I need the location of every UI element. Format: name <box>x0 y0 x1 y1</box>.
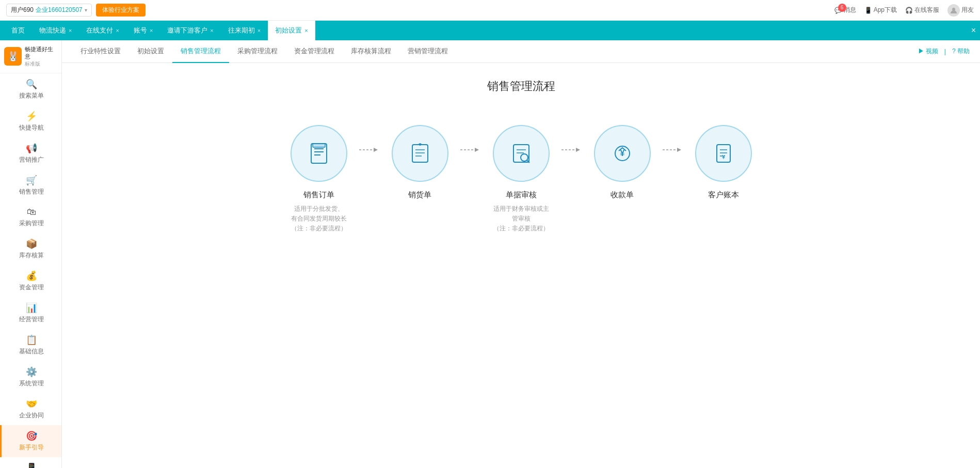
step-name-sales-order: 销售订单 <box>303 190 334 200</box>
sidebar-item-basic[interactable]: 📋 基础信息 <box>0 329 61 361</box>
sub-tab-marketing-flow[interactable]: 营销管理流程 <box>399 40 456 63</box>
step-desc-review: 适用于财务审核或主管审核（注：非必要流程） <box>493 204 549 234</box>
sub-tab-industry[interactable]: 行业特性设置 <box>72 40 129 63</box>
flow-step-review[interactable]: 单据审核 适用于财务审核或主管审核（注：非必要流程） <box>485 125 557 234</box>
sub-tab-initial[interactable]: 初始设置 <box>129 40 172 63</box>
sidebar-item-guide[interactable]: 🎯 新手引导 <box>0 425 61 457</box>
nav-tab-payment[interactable]: 在线支付 × <box>79 21 126 40</box>
top-bar-right: 💬 6 消息 📱 App下载 🎧 在线客服 用友 <box>834 4 974 17</box>
step-circle-customer-account: ¥ <box>695 125 752 182</box>
nav-bar-close-icon[interactable]: × <box>971 26 976 35</box>
service-label: 在线客服 <box>914 6 939 14</box>
sidebar-item-finance[interactable]: 💰 资金管理 <box>0 265 61 297</box>
sidebar-item-purchase[interactable]: 🛍 采购管理 <box>0 201 61 233</box>
message-badge: 6 <box>838 4 846 12</box>
svg-point-18 <box>521 154 528 161</box>
step-name-customer-account: 客户账本 <box>708 190 739 200</box>
chevron-down-icon: ▾ <box>85 7 87 13</box>
nav-tab-payment-close[interactable]: × <box>116 27 119 34</box>
help-label: 帮助 <box>957 48 970 55</box>
step-name-delivery: 销货单 <box>408 190 431 200</box>
sidebar-item-operation-label: 经营管理 <box>19 315 44 324</box>
sidebar-item-appcenter[interactable]: 📱 应用中心 <box>0 457 61 468</box>
inventory-icon: 📦 <box>26 238 37 249</box>
sidebar-item-system-label: 系统管理 <box>19 379 44 388</box>
step-desc-sales-order: 适用于分批发货、有合同发货周期较长（注：非必要流程） <box>291 204 347 234</box>
nav-tab-logistics[interactable]: 物流快递 × <box>32 21 79 40</box>
play-icon: ▶ <box>918 48 924 55</box>
step-circle-review <box>493 125 550 182</box>
nav-tab-logistics-close[interactable]: × <box>69 27 72 34</box>
step-circle-delivery <box>392 125 448 182</box>
sidebar-item-search[interactable]: 🔍 搜索菜单 <box>0 73 61 105</box>
svg-marker-7 <box>374 148 378 152</box>
sidebar: 🐰 畅捷通好生意 标准版 🔍 搜索菜单 ⚡ 快捷导航 📢 营销推广 🛒 销售管理… <box>0 40 62 468</box>
sidebar-item-operation[interactable]: 📊 经营管理 <box>0 297 61 329</box>
sidebar-item-quick[interactable]: ⚡ 快捷导航 <box>0 105 61 137</box>
sub-tab-purchase-flow[interactable]: 采购管理流程 <box>229 40 286 63</box>
nav-tab-period[interactable]: 往来期初 × <box>221 21 268 40</box>
svg-text:¥: ¥ <box>721 154 725 160</box>
sidebar-item-enterprise-label: 企业协同 <box>19 411 44 420</box>
user-avatar-item[interactable]: 用友 <box>947 4 974 17</box>
sub-tab-finance-flow[interactable]: 资金管理流程 <box>286 40 343 63</box>
logo-text-wrap: 畅捷通好生意 标准版 <box>25 45 57 68</box>
sub-tab-marketing-flow-label: 营销管理流程 <box>408 46 448 56</box>
nav-tab-account-label: 账号 <box>134 26 147 35</box>
flow-step-customer-account[interactable]: ¥ 客户账本 <box>687 125 760 204</box>
sidebar-item-sales-label: 销售管理 <box>19 188 44 196</box>
content-area: 行业特性设置 初始设置 销售管理流程 采购管理流程 资金管理流程 库存核算流程 … <box>62 40 980 468</box>
step-name-review: 单据审核 <box>506 190 537 200</box>
nav-tab-invite[interactable]: 邀请下游客户 × <box>160 21 220 40</box>
sub-tabs-right: ▶ 视频 | ? 帮助 <box>918 47 970 56</box>
logo-icon: 🐰 <box>4 47 22 66</box>
nav-tab-home[interactable]: 首页 <box>4 21 32 40</box>
main-layout: 🐰 畅捷通好生意 标准版 🔍 搜索菜单 ⚡ 快捷导航 📢 营销推广 🛒 销售管理… <box>0 40 980 468</box>
help-link[interactable]: ? 帮助 <box>952 47 970 56</box>
nav-tab-invite-label: 邀请下游客户 <box>167 26 207 35</box>
nav-tab-account[interactable]: 账号 × <box>126 21 160 40</box>
username-label: 用友 <box>961 6 974 14</box>
flow-step-sales-order[interactable]: 销售订单 适用于分批发货、有合同发货周期较长（注：非必要流程） <box>283 125 355 234</box>
video-label: 视频 <box>926 48 938 55</box>
headset-icon: 🎧 <box>905 7 913 14</box>
purchase-icon: 🛍 <box>27 207 36 217</box>
help-icon: ? <box>952 48 956 55</box>
sidebar-item-enterprise[interactable]: 🤝 企业协同 <box>0 393 61 425</box>
sub-tab-sales-flow[interactable]: 销售管理流程 <box>172 40 229 63</box>
system-icon: ⚙️ <box>26 366 37 378</box>
sidebar-item-sales[interactable]: 🛒 销售管理 <box>0 169 61 201</box>
nav-tab-account-close[interactable]: × <box>150 27 153 34</box>
sub-tab-finance-flow-label: 资金管理流程 <box>294 46 334 56</box>
nav-tab-payment-label: 在线支付 <box>86 26 113 35</box>
nav-tab-init[interactable]: 初始设置 × <box>268 21 315 40</box>
message-badge-wrap: 💬 6 <box>834 7 842 14</box>
sub-tab-inventory-flow[interactable]: 库存核算流程 <box>343 40 399 63</box>
sales-icon: 🛒 <box>26 175 37 186</box>
message-item[interactable]: 💬 6 消息 <box>834 6 856 14</box>
video-link[interactable]: ▶ 视频 <box>918 47 938 56</box>
appcenter-icon: 📱 <box>26 462 37 468</box>
nav-tab-invite-close[interactable]: × <box>210 27 213 34</box>
operation-icon: 📊 <box>26 302 37 314</box>
sub-tabs: 行业特性设置 初始设置 销售管理流程 采购管理流程 资金管理流程 库存核算流程 … <box>62 40 980 63</box>
service-item[interactable]: 🎧 在线客服 <box>905 6 939 14</box>
svg-marker-25 <box>677 148 681 152</box>
sidebar-item-marketing[interactable]: 📢 营销推广 <box>0 137 61 169</box>
nav-tab-period-close[interactable]: × <box>258 27 261 34</box>
trial-button[interactable]: 体验行业方案 <box>96 4 146 17</box>
nav-tab-logistics-label: 物流快递 <box>39 26 66 35</box>
flow-step-delivery[interactable]: 销货单 <box>384 125 456 204</box>
sidebar-item-inventory-label: 库存核算 <box>19 251 44 260</box>
svg-rect-8 <box>412 145 428 162</box>
flow-content: 销售管理流程 销售订单 适用于分批发货、有合同发货周期较长（ <box>62 63 980 468</box>
divider: | <box>944 48 946 55</box>
sidebar-item-system[interactable]: ⚙️ 系统管理 <box>0 361 61 393</box>
nav-tab-init-close[interactable]: × <box>304 27 308 34</box>
logo-badge: 标准版 <box>25 60 57 68</box>
flow-title: 销售管理流程 <box>83 79 959 94</box>
flow-step-receipt[interactable]: ¥ 收款单 <box>586 125 658 204</box>
app-download-item[interactable]: 📱 App下载 <box>864 6 897 14</box>
user-selector[interactable]: 用户690 企业1660120507 ▾ <box>6 4 92 17</box>
sidebar-item-inventory[interactable]: 📦 库存核算 <box>0 233 61 265</box>
